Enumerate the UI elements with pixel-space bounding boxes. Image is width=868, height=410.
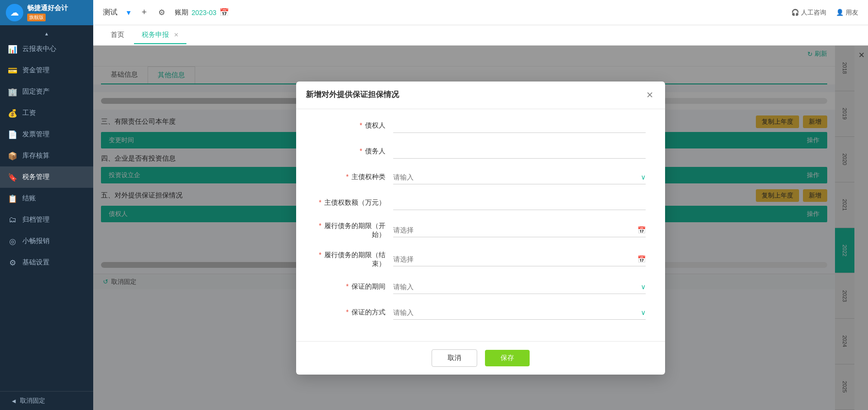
sidebar-item-archive[interactable]: 🗂 归档管理 — [0, 209, 93, 230]
sidebar-item-tax-mgmt[interactable]: 🔖 税务管理 — [0, 166, 93, 188]
sidebar: ☁ 畅捷通好会计 旗舰版 ▲ 📊 云报表中心 💳 资金管理 🏢 固定资产 — [0, 0, 93, 410]
sidebar-label-invoice-mgmt: 发票管理 — [22, 130, 50, 139]
form-row-creditor-amount: * 主债权数额（万元） — [316, 196, 646, 210]
sidebar-label-xiaochang: 小畅报销 — [22, 237, 50, 246]
sidebar-collapse-button[interactable]: ◄ 取消固定 — [0, 391, 93, 410]
content-area: ↻ 刷新 基础信息 其他信息 — [93, 46, 868, 410]
collapse-arrow-icon: ◄ — [11, 397, 17, 405]
form-row-creditor: * 债权人 — [316, 119, 646, 133]
sidebar-label-cloud-report: 云报表中心 — [22, 45, 56, 53]
basic-settings-icon: ⚙ — [8, 258, 17, 267]
sidebar-label-settlement: 结账 — [22, 194, 36, 203]
select-creditor-type[interactable]: ∨ — [393, 170, 646, 184]
dialog-body: * 债权人 * 债务人 — [296, 109, 665, 341]
label-creditor-type: * 主债权种类 — [316, 173, 393, 181]
dialog-header: 新增对外提供保证担保情况 ✕ — [296, 82, 665, 109]
sidebar-item-cloud-report[interactable]: 📊 云报表中心 — [0, 38, 93, 60]
select-guarantee-period-input[interactable] — [393, 280, 641, 294]
headset-icon: 🎧 — [791, 9, 799, 16]
service-button[interactable]: 🎧 人工咨询 — [791, 8, 826, 17]
label-debtor: * 债务人 — [316, 147, 393, 156]
form-row-guarantee-method: * 保证的方式 ∨ — [316, 306, 646, 320]
required-star-duty-start: * — [319, 222, 321, 230]
period-label: 账期 — [175, 8, 188, 17]
form-row-duty-end: * 履行债务的期限（结束） 📅 — [316, 251, 646, 268]
sidebar-item-settlement[interactable]: 📋 结账 — [0, 188, 93, 209]
topbar: 测试 ▼ + ⚙ 账期 2023-03 📅 🎧 人工咨询 👤 用友 — [93, 0, 868, 25]
sidebar-item-salary[interactable]: 💰 工资 — [0, 102, 93, 124]
sidebar-item-inventory[interactable]: 📦 库存核算 — [0, 145, 93, 166]
dialog-close-button[interactable]: ✕ — [644, 89, 655, 101]
calendar-icon[interactable]: 📅 — [219, 8, 229, 17]
date-duty-end-input[interactable] — [393, 252, 637, 266]
label-duty-start: * 履行债务的期限（开始） — [316, 222, 393, 239]
sidebar-item-xiaochang[interactable]: ◎ 小畅报销 — [0, 230, 93, 252]
sidebar-item-fixed-asset[interactable]: 🏢 固定资产 — [0, 81, 93, 102]
input-creditor-amount[interactable] — [393, 196, 646, 210]
tab-home-label: 首页 — [111, 31, 124, 38]
sidebar-label-archive: 归档管理 — [22, 215, 50, 224]
logo-text-block: 畅捷通好会计 旗舰版 — [27, 4, 68, 21]
tab-bar: 首页 税务申报 ✕ — [93, 25, 868, 46]
label-creditor: * 债权人 — [316, 121, 393, 130]
sidebar-label-inventory: 库存核算 — [22, 151, 50, 160]
label-guarantee-method: * 保证的方式 — [316, 308, 393, 317]
cloud-report-icon: 📊 — [8, 44, 17, 54]
required-star-guarantee-method: * — [346, 308, 349, 316]
date-duty-start-input[interactable] — [393, 223, 637, 237]
sidebar-logo: ☁ 畅捷通好会计 旗舰版 — [0, 0, 93, 25]
calendar-icon-duty-end[interactable]: 📅 — [637, 255, 646, 263]
company-dropdown-icon[interactable]: ▼ — [125, 9, 132, 16]
topbar-right: 🎧 人工咨询 👤 用友 — [791, 8, 858, 17]
inventory-icon: 📦 — [8, 151, 17, 161]
dialog-footer: 取消 保存 — [296, 341, 665, 375]
input-creditor[interactable] — [393, 119, 646, 133]
select-creditor-type-input[interactable] — [393, 170, 641, 184]
logo-title: 畅捷通好会计 — [27, 4, 68, 13]
chevron-down-icon-guarantee-method[interactable]: ∨ — [641, 309, 646, 316]
form-row-debtor: * 债务人 — [316, 145, 646, 159]
period-value: 2023-03 — [191, 9, 216, 16]
sidebar-label-basic-settings: 基础设置 — [22, 258, 50, 267]
period-display: 账期 2023-03 📅 — [175, 8, 229, 17]
required-star-creditor-amount: * — [319, 198, 321, 206]
select-guarantee-period[interactable]: ∨ — [393, 280, 646, 294]
sidebar-item-fund-mgmt[interactable]: 💳 资金管理 — [0, 60, 93, 81]
archive-icon: 🗂 — [8, 215, 17, 225]
date-duty-end[interactable]: 📅 — [393, 252, 646, 266]
sidebar-label-fund-mgmt: 资金管理 — [22, 66, 50, 75]
sidebar-label-salary: 工资 — [22, 109, 36, 117]
collapse-label: 取消固定 — [20, 396, 45, 405]
fixed-asset-icon: 🏢 — [8, 87, 17, 97]
settlement-icon: 📋 — [8, 194, 17, 203]
required-star-duty-end: * — [319, 251, 321, 259]
calendar-icon-duty-start[interactable]: 📅 — [637, 226, 646, 234]
tab-tax-report[interactable]: 税务申报 ✕ — [134, 27, 186, 44]
logo-sub: 旗舰版 — [27, 14, 46, 21]
gear-icon[interactable]: ⚙ — [156, 6, 167, 19]
select-guarantee-method-input[interactable] — [393, 306, 641, 319]
tab-home[interactable]: 首页 — [103, 27, 132, 44]
label-duty-end: * 履行债务的期限（结束） — [316, 251, 393, 268]
save-button[interactable]: 保存 — [485, 350, 530, 366]
tab-close-icon[interactable]: ✕ — [174, 32, 179, 38]
user-icon: 👤 — [836, 9, 844, 16]
dialog-overlay: 新增对外提供保证担保情况 ✕ * 债权人 — [93, 46, 868, 410]
cancel-button[interactable]: 取消 — [432, 349, 477, 367]
sidebar-item-invoice-mgmt[interactable]: 📄 发票管理 — [0, 124, 93, 145]
salary-icon: 💰 — [8, 108, 17, 118]
tab-tax-label: 税务申报 — [142, 31, 169, 38]
input-debtor[interactable] — [393, 145, 646, 159]
add-icon[interactable]: + — [140, 5, 149, 19]
sidebar-item-basic-settings[interactable]: ⚙ 基础设置 — [0, 252, 93, 273]
company-name: 测试 — [103, 8, 117, 17]
fund-mgmt-icon: 💳 — [8, 66, 17, 75]
user-button[interactable]: 👤 用友 — [836, 8, 858, 17]
select-guarantee-method[interactable]: ∨ — [393, 306, 646, 320]
chevron-down-icon-guarantee-period[interactable]: ∨ — [641, 283, 646, 291]
form-row-creditor-type: * 主债权种类 ∨ — [316, 170, 646, 184]
chevron-down-icon-creditor-type[interactable]: ∨ — [641, 173, 646, 181]
date-duty-start[interactable]: 📅 — [393, 223, 646, 237]
scroll-up[interactable]: ▲ — [0, 29, 93, 38]
invoice-mgmt-icon: 📄 — [8, 130, 17, 139]
